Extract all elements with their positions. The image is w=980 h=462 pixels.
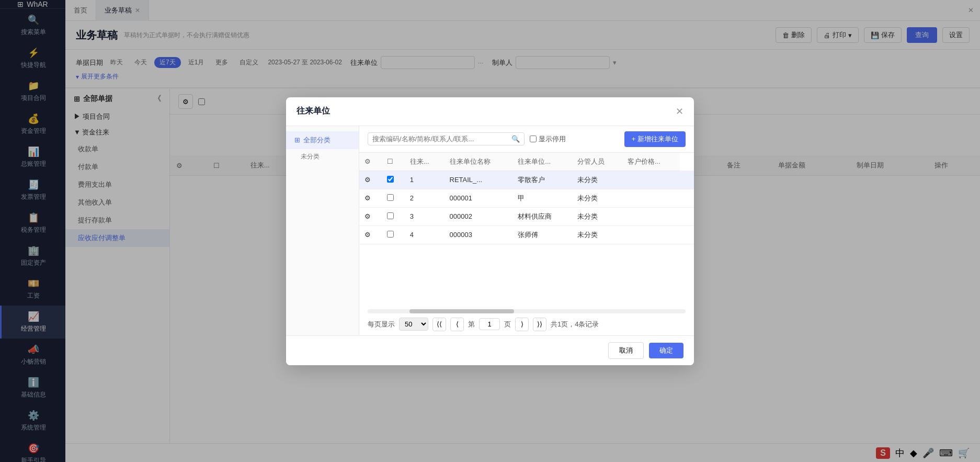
row-settings-cell: ⚙ <box>359 171 382 189</box>
per-page-select[interactable]: 50 100 <box>399 318 428 331</box>
row-checkbox-cell[interactable] <box>382 226 405 244</box>
dialog-main-toolbar: 🔍 显示停用 + 新增往来单位 <box>359 126 694 153</box>
row-settings-cell: ⚙ <box>359 189 382 207</box>
dialog-table-wrap: ⚙ ☐ 往来... 往来单位名称 往来单位... 分管人员 客户价格... ⚙ … <box>359 153 694 309</box>
row-checkbox[interactable] <box>387 212 394 219</box>
dialog-close-icon[interactable]: ✕ <box>676 106 683 117</box>
next-page-btn[interactable]: ⟩ <box>515 318 529 331</box>
row-settings-cell: ⚙ <box>359 207 382 226</box>
row-price-cell <box>680 171 694 189</box>
show-disabled-label[interactable]: 显示停用 <box>530 134 566 144</box>
row-checkbox[interactable] <box>387 176 394 183</box>
partner-dialog: 往来单位 ✕ ⊞ 全部分类 未分类 🔍 显示停用 <box>286 97 694 365</box>
last-page-btn[interactable]: ⟩⟩ <box>533 318 546 331</box>
dialog-col-settings: ⚙ <box>359 153 382 171</box>
row-name-cell: 材料供应商 <box>512 207 572 226</box>
dialog-table-row[interactable]: ⚙ 2 000001 甲 未分类 <box>359 189 694 207</box>
dialog-scrollbar-track <box>368 309 686 313</box>
row-settings-cell: ⚙ <box>359 226 382 244</box>
row-code-cell: RETAIL_... <box>445 171 513 189</box>
row-price-cell <box>680 189 694 207</box>
dialog-title: 往来单位 <box>297 106 330 117</box>
row-manager-cell <box>622 171 680 189</box>
page-input[interactable] <box>479 318 500 330</box>
dialog-main: 🔍 显示停用 + 新增往来单位 ⚙ ☐ 往来... <box>359 126 694 335</box>
row-price-cell <box>680 207 694 226</box>
grid-icon-small: ⊞ <box>294 136 300 144</box>
row-num-cell: 1 <box>405 171 445 189</box>
dialog-table: ⚙ ☐ 往来... 往来单位名称 往来单位... 分管人员 客户价格... ⚙ … <box>359 153 694 244</box>
prev-page-btn[interactable]: ⟨ <box>450 318 464 331</box>
row-price-cell <box>680 226 694 244</box>
row-manager-cell <box>622 226 680 244</box>
dialog-scrollbar-thumb[interactable] <box>409 309 514 313</box>
dialog-table-row[interactable]: ⚙ 1 RETAIL_... 零散客户 未分类 <box>359 171 694 189</box>
show-disabled-checkbox[interactable] <box>530 136 537 142</box>
dialog-actions: 取消 确定 <box>286 335 694 365</box>
dialog-col-checkbox: ☐ <box>382 153 405 171</box>
row-checkbox[interactable] <box>387 194 394 201</box>
dialog-body: ⊞ 全部分类 未分类 🔍 显示停用 + 新增往来单位 <box>286 126 694 335</box>
first-page-btn[interactable]: ⟨⟨ <box>432 318 446 331</box>
row-category-cell: 未分类 <box>572 171 622 189</box>
row-checkbox-cell[interactable] <box>382 171 405 189</box>
row-num-cell: 2 <box>405 189 445 207</box>
row-manager-cell <box>622 207 680 226</box>
row-checkbox[interactable] <box>387 231 394 238</box>
dialog-col-manager: 分管人员 <box>572 153 622 171</box>
dialog-col-name: 往来单位名称 <box>445 153 513 171</box>
show-disabled-text: 显示停用 <box>539 134 566 144</box>
confirm-button[interactable]: 确定 <box>649 343 683 358</box>
dialog-pagination: 每页显示 50 100 ⟨⟨ ⟨ 第 页 ⟩ ⟩⟩ 共1页，4条记录 <box>359 313 694 335</box>
page-label: 第 <box>468 320 475 329</box>
row-name-cell: 零散客户 <box>512 171 572 189</box>
row-code-cell: 000001 <box>445 189 513 207</box>
dialog-sidebar: ⊞ 全部分类 未分类 <box>286 126 359 335</box>
row-checkbox-cell[interactable] <box>382 207 405 226</box>
dialog-sidebar-uncategorized[interactable]: 未分类 <box>286 149 359 164</box>
row-name-cell: 张师傅 <box>512 226 572 244</box>
row-num-cell: 3 <box>405 207 445 226</box>
total-info: 共1页，4条记录 <box>551 320 599 329</box>
row-num-cell: 4 <box>405 226 445 244</box>
dialog-table-row[interactable]: ⚙ 4 000003 张师傅 未分类 <box>359 226 694 244</box>
dialog-search-wrap: 🔍 <box>368 132 525 145</box>
add-partner-label: + 新增往来单位 <box>632 134 678 144</box>
per-page-label: 每页显示 <box>368 320 395 329</box>
cancel-button[interactable]: 取消 <box>608 342 644 359</box>
dialog-table-row[interactable]: ⚙ 3 000002 材料供应商 未分类 <box>359 207 694 226</box>
dialog-sidebar-all[interactable]: ⊞ 全部分类 <box>286 131 359 149</box>
row-manager-cell <box>622 189 680 207</box>
row-code-cell: 000002 <box>445 207 513 226</box>
row-checkbox-cell[interactable] <box>382 189 405 207</box>
add-partner-button[interactable]: + 新增往来单位 <box>624 131 686 147</box>
row-category-cell: 未分类 <box>572 189 622 207</box>
dialog-col-price: 客户价格... <box>622 153 680 171</box>
dialog-col-code: 往来... <box>405 153 445 171</box>
search-icon: 🔍 <box>511 135 520 143</box>
row-name-cell: 甲 <box>512 189 572 207</box>
dialog-col-category: 往来单位... <box>512 153 572 171</box>
page-unit: 页 <box>504 320 511 329</box>
dialog-header: 往来单位 ✕ <box>286 97 694 126</box>
dialog-search-input[interactable] <box>372 135 511 143</box>
row-code-cell: 000003 <box>445 226 513 244</box>
row-category-cell: 未分类 <box>572 207 622 226</box>
dialog-sidebar-all-label: 全部分类 <box>303 136 331 145</box>
row-category-cell: 未分类 <box>572 226 622 244</box>
